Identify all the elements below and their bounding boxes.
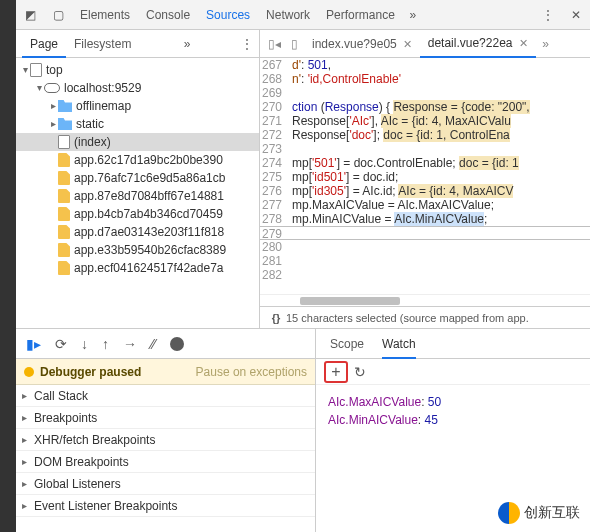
- section-call-stack[interactable]: ▸Call Stack: [16, 385, 315, 407]
- more-tabs-icon[interactable]: »: [175, 37, 199, 51]
- tree-item[interactable]: ▸app.87e8d7084bff67e14881: [16, 187, 259, 205]
- step-over-icon[interactable]: ⟳: [55, 336, 67, 352]
- watermark-logo: 创新互联: [494, 500, 584, 526]
- section-global-listeners[interactable]: ▸Global Listeners: [16, 473, 315, 495]
- settings-icon[interactable]: ⋮: [534, 8, 562, 22]
- code-line[interactable]: 279: [260, 226, 590, 240]
- tab-console[interactable]: Console: [138, 0, 198, 30]
- tab-sources[interactable]: Sources: [198, 0, 258, 30]
- code-line[interactable]: 268n': 'id,ControlEnable': [260, 72, 590, 86]
- section-xhr-fetch-breakpoints[interactable]: ▸XHR/fetch Breakpoints: [16, 429, 315, 451]
- tree-item[interactable]: ▾top: [16, 61, 259, 79]
- device-toolbar-icon[interactable]: ▢: [44, 8, 72, 22]
- horizontal-scrollbar[interactable]: [260, 294, 590, 306]
- tree-item[interactable]: ▸static: [16, 115, 259, 133]
- editor-tabs: ▯◂ ▯ index.vue?9e05✕detail.vue?22ea✕»: [260, 30, 590, 58]
- code-line[interactable]: 275mp['id501'] = doc.id;: [260, 170, 590, 184]
- warning-icon: [24, 367, 34, 377]
- tree-item[interactable]: ▸app.d7ae03143e203f11f818: [16, 223, 259, 241]
- nav-fwd-icon[interactable]: ▯: [284, 37, 304, 51]
- step-icon[interactable]: →: [123, 336, 137, 352]
- tree-item[interactable]: ▸app.b4cb7ab4b346cd70459: [16, 205, 259, 223]
- section-breakpoints[interactable]: ▸Breakpoints: [16, 407, 315, 429]
- resume-icon[interactable]: ▮▸: [26, 336, 41, 352]
- deactivate-bp-icon[interactable]: ⁄⁄: [151, 336, 156, 352]
- debugger-panel: ▮▸ ⟳ ↓ ↑ → ⁄⁄ Debugger paused Pause on e…: [16, 329, 316, 532]
- tree-item[interactable]: ▸app.76afc71c6e9d5a86a1cb: [16, 169, 259, 187]
- nav-back-icon[interactable]: ▯◂: [264, 37, 284, 51]
- tree-item[interactable]: ▾localhost:9529: [16, 79, 259, 97]
- status-bar: {} 15 characters selected (source mapped…: [260, 306, 590, 328]
- tab-watch[interactable]: Watch: [382, 329, 416, 359]
- section-event-listener-breakpoints[interactable]: ▸Event Listener Breakpoints: [16, 495, 315, 517]
- code-line[interactable]: 280: [260, 240, 590, 254]
- step-into-icon[interactable]: ↓: [81, 336, 88, 352]
- section-dom-breakpoints[interactable]: ▸DOM Breakpoints: [16, 451, 315, 473]
- inspect-icon[interactable]: ◩: [16, 8, 44, 22]
- close-icon[interactable]: ✕: [403, 30, 412, 58]
- devtools-tabbar: ◩ ▢ ElementsConsoleSourcesNetworkPerform…: [16, 0, 590, 30]
- editor-tab[interactable]: index.vue?9e05✕: [304, 30, 420, 58]
- browser-frame-edge: [0, 0, 16, 532]
- logo-text: 创新互联: [524, 504, 580, 522]
- tab-elements[interactable]: Elements: [72, 0, 138, 30]
- paused-reason: Pause on exceptions: [196, 365, 307, 379]
- add-watch-button[interactable]: +: [324, 361, 348, 383]
- pause-exceptions-icon[interactable]: [170, 337, 184, 351]
- watch-item[interactable]: AIc.MaxAICValue: 50: [328, 393, 578, 411]
- tab-performance[interactable]: Performance: [318, 0, 403, 30]
- tab-filesystem[interactable]: Filesystem: [66, 30, 139, 58]
- tree-item[interactable]: ▸(index): [16, 133, 259, 151]
- code-line[interactable]: 282: [260, 268, 590, 282]
- code-line[interactable]: 271 Response['AIc'], AIc = {id: 4, MaxAI…: [260, 114, 590, 128]
- debugger-toolbar: ▮▸ ⟳ ↓ ↑ → ⁄⁄: [16, 329, 315, 359]
- watch-expressions[interactable]: AIc.MaxAICValue: 50AIc.MinAICValue: 45: [316, 385, 590, 437]
- code-line[interactable]: 276mp['id305'] = AIc.id; AIc = {id: 4, M…: [260, 184, 590, 198]
- file-navigator: Page Filesystem » ⋮ ▾top▾localhost:9529▸…: [16, 30, 260, 328]
- logo-icon: [498, 502, 520, 524]
- tab-network[interactable]: Network: [258, 0, 318, 30]
- tab-scope[interactable]: Scope: [330, 329, 364, 359]
- code-editor-panel: ▯◂ ▯ index.vue?9e05✕detail.vue?22ea✕» 26…: [260, 30, 590, 328]
- close-icon[interactable]: ✕: [519, 29, 528, 57]
- more-tabs-icon[interactable]: »: [403, 8, 423, 22]
- code-line[interactable]: 267d': 501,: [260, 58, 590, 72]
- paused-banner: Debugger paused Pause on exceptions: [16, 359, 315, 385]
- paused-label: Debugger paused: [40, 365, 141, 379]
- code-line[interactable]: 269: [260, 86, 590, 100]
- file-tree[interactable]: ▾top▾localhost:9529▸offlinemap▸static▸(i…: [16, 58, 259, 328]
- code-line[interactable]: 277mp.MaxAICValue = AIc.MaxAICValue;: [260, 198, 590, 212]
- kebab-icon[interactable]: ⋮: [235, 37, 259, 51]
- code-line[interactable]: 270ction (Response) { Response = {code: …: [260, 100, 590, 114]
- tab-page[interactable]: Page: [22, 30, 66, 58]
- refresh-icon[interactable]: ↻: [354, 364, 366, 380]
- step-out-icon[interactable]: ↑: [102, 336, 109, 352]
- tree-item[interactable]: ▸app.62c17d1a9bc2b0be390: [16, 151, 259, 169]
- code-line[interactable]: 281: [260, 254, 590, 268]
- tree-item[interactable]: ▸app.ecf041624517f42ade7a: [16, 259, 259, 277]
- code-line[interactable]: 273: [260, 142, 590, 156]
- code-line[interactable]: 274mp['501'] = doc.ControlEnable; doc = …: [260, 156, 590, 170]
- watch-item[interactable]: AIc.MinAICValue: 45: [328, 411, 578, 429]
- close-icon[interactable]: ✕: [562, 8, 590, 22]
- pretty-print-icon[interactable]: {}: [266, 312, 286, 324]
- code-body[interactable]: 267d': 501,268n': 'id,ControlEnable'2692…: [260, 58, 590, 294]
- more-tabs-icon[interactable]: »: [536, 37, 556, 51]
- code-line[interactable]: 278mp.MinAICValue = AIc.MinAICValue;: [260, 212, 590, 226]
- tree-item[interactable]: ▸offlinemap: [16, 97, 259, 115]
- tree-item[interactable]: ▸app.e33b59540b26cfac8389: [16, 241, 259, 259]
- code-line[interactable]: 272 Response['doc']; doc = {id: 1, Contr…: [260, 128, 590, 142]
- status-text: 15 characters selected (source mapped fr…: [286, 312, 529, 324]
- editor-tab[interactable]: detail.vue?22ea✕: [420, 30, 536, 58]
